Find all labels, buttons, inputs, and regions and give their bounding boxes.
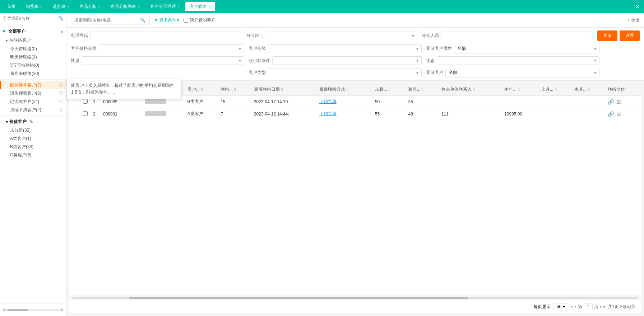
- sidebar-item-tomorrow[interactable]: 明天待联络(1): [0, 53, 66, 61]
- th-company-contact[interactable]: 往来单位联系人 ⇅: [439, 84, 502, 96]
- tab-customer-segments[interactable]: 客户分层经营 ×: [146, 2, 184, 11]
- edit-icon-value[interactable]: ✎: [29, 119, 33, 124]
- sidebar-collapse-icon[interactable]: «: [61, 29, 63, 34]
- th-uncontacted[interactable]: 未联... ⇅: [373, 84, 406, 96]
- th-last-contact-method[interactable]: 最后联络方式 ⇅: [317, 84, 373, 96]
- sidebar-item-lost-customers[interactable]: 已流失客户(24) ⓘ: [0, 98, 66, 106]
- row-checkbox-2[interactable]: [83, 111, 88, 116]
- sidebar-item-b-class[interactable]: B类客户(33): [0, 143, 66, 151]
- tab-home[interactable]: 首页: [3, 2, 20, 11]
- more-conditions-button[interactable]: ▼ 更多条件 ▾: [154, 17, 179, 23]
- tab-customer-contact-close[interactable]: ×: [208, 4, 210, 9]
- sidebar-value-customer-group[interactable]: ▾ 价值客户 ✎: [0, 117, 66, 126]
- th-overdue[interactable]: 逾期... ⇅: [406, 84, 439, 96]
- all-customers-header[interactable]: ■ 全部客户 «: [0, 27, 66, 36]
- sidebar-item-a-class[interactable]: A类客户(1): [0, 135, 66, 143]
- tab-customer-contact[interactable]: 客户联络 ×: [185, 2, 215, 11]
- right-content: 🔍 ▼ 更多条件 ▾ 我分管的客户 ↑ 导出 电话号码: [66, 13, 644, 316]
- sidebar-divider-1: [0, 79, 66, 80]
- td-uncontacted-1: 50: [373, 96, 406, 108]
- last-method-link-1[interactable]: 下销货单: [319, 99, 337, 104]
- action-link-icon-2[interactable]: 🔗: [608, 111, 614, 117]
- sidebar-item-c-class[interactable]: C类客户(6): [0, 151, 66, 159]
- sidebar-item-declining[interactable]: 持续下滑客户(2) ⓘ: [0, 106, 66, 114]
- action-link-icon-1[interactable]: 🔗: [608, 99, 614, 105]
- more-conditions-arrow: ▾: [177, 18, 179, 23]
- sidebar-item-churn-warning[interactable]: 流失预警客户(3) ⓘ: [0, 89, 66, 98]
- tab-product-analysis-list-label: 商品分析列表: [110, 4, 136, 10]
- customer-type-select[interactable]: [268, 69, 422, 77]
- status-select[interactable]: [437, 56, 599, 65]
- sort-icon-type: ⇅: [200, 88, 203, 91]
- td-last-date-2: 2023-04-12 14:44:: [252, 108, 317, 120]
- action-grid-icon-2[interactable]: ⊞: [617, 111, 621, 117]
- last-page-button[interactable]: »: [603, 304, 605, 309]
- sidebar-search-icon[interactable]: 🔍: [58, 16, 64, 21]
- tooltip-dots[interactable]: ...: [113, 90, 116, 95]
- sidebar-item-overdue[interactable]: 逾期未联络(30): [0, 70, 66, 78]
- settings-button[interactable]: 设置: [620, 30, 640, 41]
- horizontal-scroll-thumb: [129, 297, 469, 299]
- prev-page-button[interactable]: ‹: [575, 304, 576, 309]
- window-close-button[interactable]: ✕: [635, 3, 640, 10]
- th-contact[interactable]: 联络... ⇅: [218, 84, 252, 96]
- branch-select-arrow: [412, 33, 414, 38]
- first-page-button[interactable]: «: [571, 304, 574, 309]
- phone-input[interactable]: [90, 32, 242, 40]
- tab-product-analysis-list[interactable]: 商品分析列表 ×: [106, 2, 144, 11]
- next-page-button[interactable]: ›: [600, 304, 601, 309]
- sidebar-search-input[interactable]: [3, 16, 57, 21]
- sidebar-item-7days[interactable]: 近7天待联络(0): [0, 61, 66, 70]
- per-page-select[interactable]: 50 ▾: [553, 303, 568, 310]
- th-last-month[interactable]: 上月... ⇅: [539, 84, 573, 96]
- td-name-2: [143, 108, 185, 120]
- branch-select[interactable]: [266, 32, 418, 40]
- export-button[interactable]: ↑ 导出: [627, 17, 640, 23]
- retail-customer-select[interactable]: 全部: [445, 68, 599, 77]
- sidebar-scroll-right[interactable]: [60, 308, 63, 311]
- th-this-year[interactable]: 本年... ⇅: [502, 84, 539, 96]
- my-customer-checkbox[interactable]: [184, 18, 188, 23]
- tab-purchase-order[interactable]: 进货单 ×: [48, 2, 73, 11]
- search-icon[interactable]: 🔍: [140, 18, 145, 23]
- sidebar-item-today[interactable]: 今天待联络(0): [0, 45, 66, 53]
- last-method-link-2[interactable]: 下销货单: [319, 111, 337, 116]
- sort-icon-last-month: ⇅: [554, 88, 557, 91]
- search-input-wrap: 🔍: [71, 16, 150, 24]
- page-label: 第: [578, 304, 582, 310]
- status-arrow: [594, 58, 596, 63]
- row-checkbox-1[interactable]: [83, 99, 88, 104]
- sidebar-scroll-left[interactable]: [3, 308, 6, 311]
- current-page-input[interactable]: 1: [584, 303, 593, 310]
- tab-product-analysis-list-close[interactable]: ×: [138, 4, 140, 9]
- manager-select[interactable]: ···: [441, 32, 593, 40]
- sidebar-item-unclassified[interactable]: 未分组(32): [0, 126, 66, 135]
- query-button[interactable]: 查询: [597, 30, 617, 41]
- th-action: 联络动作: [606, 84, 641, 96]
- filter-expand-dots[interactable]: ...: [71, 70, 74, 75]
- search-input[interactable]: [74, 18, 139, 23]
- tab-sales-order-close[interactable]: ×: [40, 4, 42, 9]
- th-last-contact-date[interactable]: 最后联络日期 ⇅: [252, 84, 317, 96]
- action-grid-icon-1[interactable]: ⊞: [617, 99, 621, 105]
- sidebar-item-repurchase-anomaly[interactable]: 回购异常客户(2) ⓘ: [0, 81, 66, 89]
- sort-icon-contact: ⇅: [233, 88, 236, 91]
- tab-customer-segments-close[interactable]: ×: [177, 4, 180, 9]
- payment-terms-select[interactable]: [272, 56, 422, 65]
- tab-purchase-order-close[interactable]: ×: [67, 4, 69, 9]
- tab-sales-order[interactable]: 销货单 ×: [22, 2, 47, 11]
- retail-attr-select[interactable]: 全部: [454, 44, 599, 53]
- price-level-select[interactable]: [99, 44, 244, 53]
- customer-level-select[interactable]: [268, 44, 422, 53]
- sidebar-pending-contact[interactable]: ▾ 待联络客户: [0, 36, 66, 45]
- gender-select[interactable]: [82, 56, 244, 65]
- filter-retail-customer: 零散客户 全部: [426, 68, 599, 77]
- tab-product-analysis-close[interactable]: ×: [98, 4, 100, 9]
- th-type[interactable]: 客户... ⇅: [185, 84, 219, 96]
- th-this-month[interactable]: 本月... ⇅: [572, 84, 606, 96]
- horizontal-scroll-track[interactable]: [72, 297, 638, 299]
- sort-icon-this-month: ⇅: [587, 88, 590, 91]
- tab-product-analysis[interactable]: 商品分析 ×: [75, 2, 105, 11]
- manager-dots[interactable]: ···: [586, 33, 590, 38]
- filter-retail-attr: 零散客户属性 全部: [426, 44, 599, 53]
